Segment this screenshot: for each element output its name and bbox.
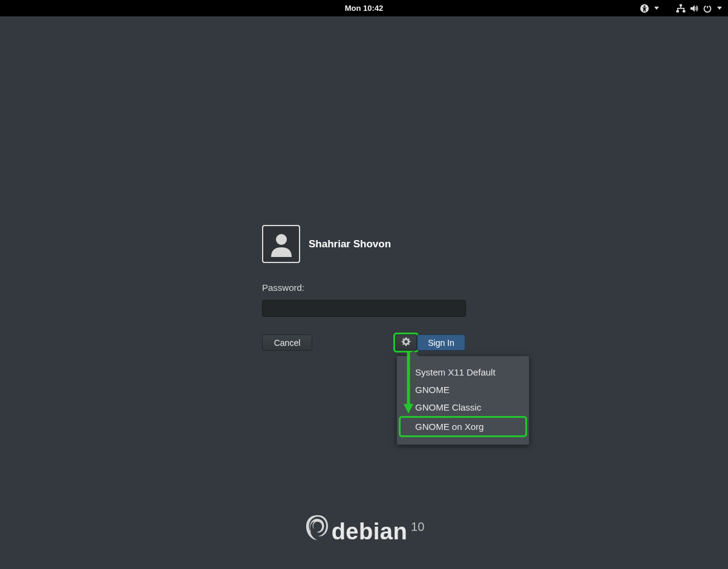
volume-icon[interactable] [689, 4, 699, 13]
cancel-button[interactable]: Cancel [262, 334, 312, 351]
svg-rect-7 [677, 10, 680, 13]
clock: Mon 10:42 [345, 4, 384, 13]
button-row: Cancel Sign In [262, 334, 466, 351]
chevron-down-icon [717, 7, 722, 10]
svg-rect-4 [677, 8, 684, 9]
svg-rect-11 [706, 4, 709, 6]
session-item-gnome[interactable]: GNOME [397, 381, 529, 398]
annotation-highlight-item: GNOME on Xorg [399, 416, 527, 437]
signin-button[interactable]: Sign In [417, 334, 465, 351]
distro-logo: debian 10 [0, 509, 728, 545]
top-bar: Mon 10:42 [0, 0, 728, 16]
session-menu: System X11 Default GNOME GNOME Classic G… [396, 356, 530, 445]
svg-point-1 [644, 5, 646, 7]
accessibility-icon[interactable] [640, 4, 649, 13]
user-row: Shahriar Shovon [262, 225, 466, 263]
svg-rect-6 [683, 8, 684, 10]
session-item-gnome-classic[interactable]: GNOME Classic [397, 398, 529, 416]
svg-rect-8 [683, 10, 686, 13]
svg-rect-2 [680, 4, 682, 7]
distro-name: debian [332, 519, 407, 545]
debian-swirl-icon [304, 513, 329, 543]
password-label: Password: [262, 282, 466, 293]
session-gear-button[interactable] [395, 334, 417, 351]
password-input[interactable] [262, 300, 466, 317]
power-icon[interactable] [703, 4, 712, 13]
session-item-system-x11[interactable]: System X11 Default [397, 363, 529, 381]
avatar [262, 225, 300, 263]
network-icon[interactable] [676, 4, 686, 13]
username-label: Shahriar Shovon [309, 238, 391, 250]
session-item-gnome-xorg[interactable]: GNOME on Xorg [397, 416, 529, 437]
svg-point-12 [276, 234, 287, 245]
system-tray [640, 0, 722, 16]
login-panel: Shahriar Shovon Password: [262, 225, 466, 317]
gear-icon [401, 337, 411, 348]
chevron-down-icon [654, 7, 659, 10]
svg-rect-5 [677, 8, 678, 10]
distro-version: 10 [411, 520, 424, 534]
